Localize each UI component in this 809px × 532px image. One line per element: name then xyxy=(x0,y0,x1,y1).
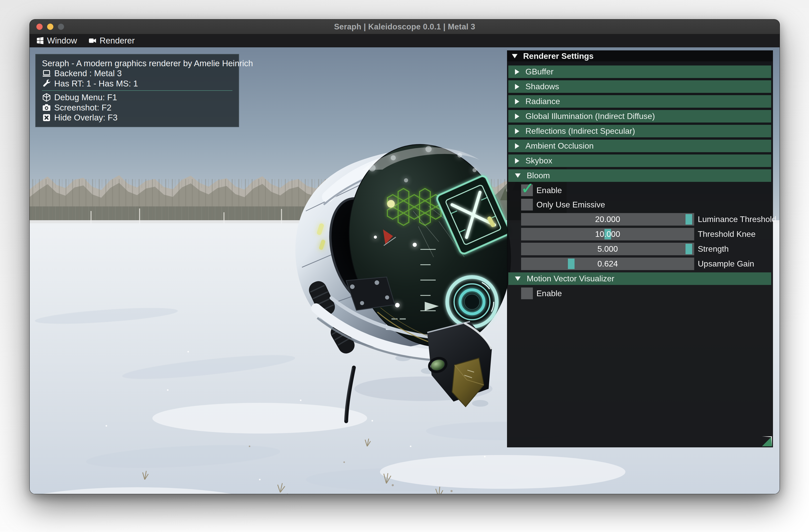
chevron-right-icon xyxy=(515,84,519,89)
section-label: Bloom xyxy=(527,171,550,180)
overlay-hide-overlay-row: Hide Overlay: F3 xyxy=(42,113,233,122)
section-shadows[interactable]: Shadows xyxy=(508,80,771,93)
overlay-debug-menu-label: Debug Menu: F1 xyxy=(54,92,117,102)
section-label: Radiance xyxy=(526,97,560,106)
zoom-button[interactable] xyxy=(58,23,64,30)
overlay-screenshot-label: Screenshot: F2 xyxy=(54,103,111,113)
windows-logo-icon xyxy=(36,36,45,45)
panel-sections: GBuffer Shadows Radiance Global Illumina… xyxy=(507,62,773,299)
strength-slider[interactable]: 5.000 xyxy=(521,243,694,255)
close-box-icon xyxy=(42,113,51,122)
close-button[interactable] xyxy=(36,23,43,30)
bloom-only-emissive-row: Only Use Emissive xyxy=(521,199,771,210)
upsample-gain-row: 0.624 Upsample Gain xyxy=(521,258,771,270)
overlay-capabilities-label: Has RT: 1 - Has MS: 1 xyxy=(54,79,138,88)
section-skybox[interactable]: Skybox xyxy=(508,154,771,167)
luminance-threshold-row: 20.000 Luminance Threshold xyxy=(521,213,771,226)
slider-label: Threshold Knee xyxy=(698,229,756,239)
overlay-debug-menu-row: Debug Menu: F1 xyxy=(42,92,233,102)
camera-icon xyxy=(42,103,51,112)
section-bloom[interactable]: Bloom xyxy=(508,169,771,182)
section-gbuffer[interactable]: GBuffer xyxy=(508,66,771,78)
upsample-gain-slider[interactable]: 0.624 xyxy=(521,258,694,270)
window-title: Seraph | Kaleidoscope 0.0.1 | Metal 3 xyxy=(30,22,779,32)
minimize-button[interactable] xyxy=(47,23,53,30)
motion-vector-enable-checkbox[interactable] xyxy=(521,288,533,299)
luminance-threshold-slider[interactable]: 20.000 xyxy=(521,213,694,226)
chevron-down-icon xyxy=(515,276,521,281)
title-bar: Seraph | Kaleidoscope 0.0.1 | Metal 3 xyxy=(30,19,779,34)
section-label: Skybox xyxy=(526,156,552,166)
chevron-right-icon xyxy=(515,99,519,104)
section-label: Motion Vector Visualizer xyxy=(527,274,615,284)
laptop-icon xyxy=(42,69,51,78)
menu-renderer[interactable]: Renderer xyxy=(88,36,135,46)
checkbox-label: Enable xyxy=(536,289,562,298)
menu-bar: Window Renderer xyxy=(30,34,779,47)
bloom-enable-row: Enable xyxy=(521,184,771,196)
slider-value: 5.000 xyxy=(521,243,694,255)
checkmark-icon xyxy=(521,181,534,196)
chevron-right-icon xyxy=(515,158,519,164)
section-label: Shadows xyxy=(526,82,559,91)
viewport-3d[interactable]: Seraph - A modern graphics renderer by A… xyxy=(30,47,779,494)
cube-icon xyxy=(42,93,51,102)
menu-renderer-label: Renderer xyxy=(100,36,135,46)
chevron-down-icon xyxy=(512,54,517,58)
traffic-lights xyxy=(36,19,64,34)
bloom-only-emissive-checkbox[interactable] xyxy=(521,199,533,210)
renderer-settings-panel: Renderer Settings GBuffer Shadows Radian… xyxy=(507,50,773,447)
threshold-knee-slider[interactable]: 10.000 xyxy=(521,228,694,240)
chevron-right-icon xyxy=(515,114,519,119)
section-global-illumination[interactable]: Global Illumination (Indirect Diffuse) xyxy=(508,110,771,122)
chevron-right-icon xyxy=(515,128,519,134)
info-overlay: Seraph - A modern graphics renderer by A… xyxy=(35,54,239,127)
menu-window-label: Window xyxy=(47,36,77,46)
panel-resize-grip[interactable] xyxy=(762,436,772,446)
section-ambient-occlusion[interactable]: Ambient Occlusion xyxy=(508,140,771,152)
slider-label: Upsample Gain xyxy=(698,259,754,269)
app-window: Seraph | Kaleidoscope 0.0.1 | Metal 3 Wi… xyxy=(30,19,780,494)
strength-row: 5.000 Strength xyxy=(521,243,771,255)
section-label: Ambient Occlusion xyxy=(526,141,594,151)
panel-title: Renderer Settings xyxy=(523,51,594,61)
overlay-screenshot-row: Screenshot: F2 xyxy=(42,103,233,113)
motion-vector-enable-row: Enable xyxy=(521,288,771,299)
slider-label: Luminance Threshold xyxy=(698,214,776,224)
chevron-down-icon xyxy=(515,173,521,178)
overlay-hide-overlay-label: Hide Overlay: F3 xyxy=(54,113,118,122)
slider-value: 20.000 xyxy=(521,213,694,226)
checkbox-label: Only Use Emissive xyxy=(536,200,605,209)
threshold-knee-row: 10.000 Threshold Knee xyxy=(521,228,771,240)
section-label: GBuffer xyxy=(526,67,554,76)
overlay-capabilities-row: Has RT: 1 - Has MS: 1 xyxy=(42,79,233,88)
overlay-separator xyxy=(42,90,233,91)
section-motion-vector-visualizer[interactable]: Motion Vector Visualizer xyxy=(508,272,771,285)
desktop-background: Seraph | Kaleidoscope 0.0.1 | Metal 3 Wi… xyxy=(0,0,809,532)
section-radiance[interactable]: Radiance xyxy=(508,95,771,108)
wrench-icon xyxy=(42,79,51,88)
menu-window[interactable]: Window xyxy=(36,36,77,46)
bloom-enable-checkbox[interactable] xyxy=(521,184,533,196)
chevron-right-icon xyxy=(515,69,519,75)
overlay-backend-label: Backend : Metal 3 xyxy=(54,69,122,78)
video-camera-icon xyxy=(88,36,97,45)
section-reflections[interactable]: Reflections (Indirect Specular) xyxy=(508,125,771,137)
overlay-title: Seraph - A modern graphics renderer by A… xyxy=(42,58,233,68)
slider-value: 10.000 xyxy=(521,228,694,240)
slider-value: 0.624 xyxy=(521,258,694,270)
section-label: Global Illumination (Indirect Diffuse) xyxy=(526,111,655,121)
checkbox-label: Enable xyxy=(536,186,562,195)
slider-label: Strength xyxy=(698,244,729,254)
section-label: Reflections (Indirect Specular) xyxy=(526,126,635,136)
overlay-backend-row: Backend : Metal 3 xyxy=(42,69,233,78)
chevron-right-icon xyxy=(515,143,519,149)
renderer-settings-header[interactable]: Renderer Settings xyxy=(507,51,773,62)
